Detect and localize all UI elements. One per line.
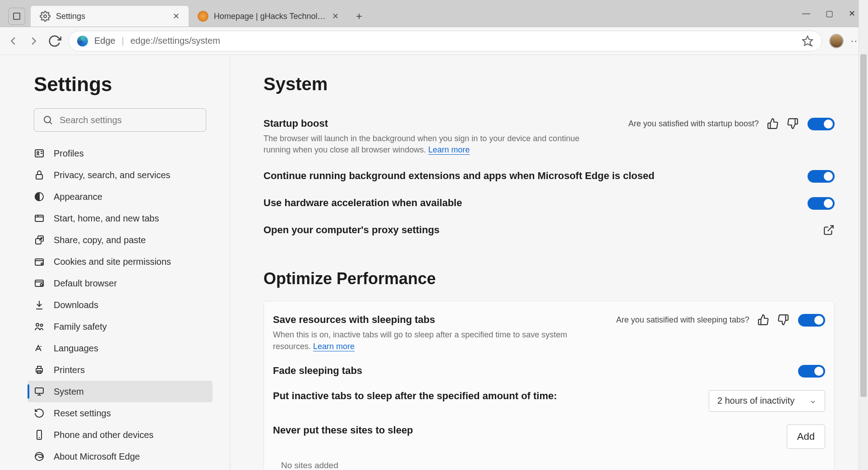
sidebar-title: Settings (34, 73, 206, 96)
svg-point-21 (41, 324, 43, 327)
toggle-bg-extensions[interactable] (808, 170, 835, 183)
svg-point-7 (37, 152, 39, 153)
setting-proxy[interactable]: Open your computer's proxy settings (263, 217, 835, 243)
search-icon (42, 115, 53, 125)
sidebar-item-label: Profiles (54, 148, 84, 159)
sidebar-item-family-safety[interactable]: Family safety (28, 316, 212, 337)
url-text: edge://settings/system (130, 36, 220, 46)
vertical-scrollbar[interactable] (859, 0, 868, 470)
thumbs-up-icon[interactable] (767, 118, 779, 129)
svg-rect-10 (35, 215, 43, 221)
setting-description: When this is on, inactive tabs will go t… (273, 329, 598, 352)
sidebar-item-label: Start, home, and new tabs (54, 213, 159, 224)
setting-description: The browser will launch in the backgroun… (263, 133, 588, 156)
forward-button[interactable] (27, 34, 41, 48)
browser-toolbar: Edge | edge://settings/system ··· (0, 27, 868, 55)
tab-actions-button[interactable] (8, 8, 25, 25)
profile-avatar[interactable] (829, 34, 844, 48)
sidebar-item-phone-and-other-devices[interactable]: Phone and other devices (28, 424, 212, 446)
sidebar-item-profiles[interactable]: Profiles (28, 143, 212, 164)
toggle-hw-accel[interactable] (808, 197, 835, 210)
sidebar-item-start-home-and-new-tabs[interactable]: Start, home, and new tabs (28, 207, 212, 229)
back-button[interactable] (6, 34, 20, 48)
inactive-time-select[interactable]: 2 hours of inactivity (709, 390, 825, 412)
favorite-icon[interactable] (802, 35, 813, 47)
new-tab-button[interactable]: + (351, 9, 367, 24)
sidebar-item-label: Phone and other devices (54, 430, 153, 440)
settings-content: System Startup boost The browser will la… (230, 55, 868, 470)
section-heading: Optimize Performance (263, 269, 835, 288)
sidebar-item-privacy-search-and-services[interactable]: Privacy, search, and services (28, 164, 212, 186)
search-input[interactable] (60, 115, 198, 125)
sidebar-item-label: Cookies and site permissions (54, 257, 171, 267)
printer-icon (34, 364, 45, 375)
tab-title: Homepage | gHacks Technology (214, 12, 327, 21)
appearance-icon (34, 191, 45, 202)
learn-more-link[interactable]: Learn more (428, 145, 470, 155)
address-bar[interactable]: Edge | edge://settings/system (69, 31, 822, 51)
sidebar-item-cookies-and-site-permissions[interactable]: Cookies and site permissions (28, 251, 212, 272)
site-favicon (198, 11, 208, 22)
setting-title: Startup boost (263, 118, 619, 129)
setting-title: Continue running background extensions a… (263, 170, 799, 182)
feedback-prompt: Are you satisified with sleeping tabs? (616, 314, 789, 326)
language-icon (34, 343, 45, 354)
svg-point-16 (41, 263, 43, 265)
profile-icon (34, 148, 45, 159)
protocol-label: Edge (94, 36, 115, 46)
settings-search[interactable] (34, 108, 206, 132)
cookie-icon (34, 256, 45, 267)
performance-card: Save resources with sleeping tabs When t… (263, 301, 835, 470)
sidebar-item-reset-settings[interactable]: Reset settings (28, 402, 212, 424)
minimize-icon[interactable]: — (802, 9, 810, 18)
setting-never-sleep: Never put these sites to sleep Add (273, 418, 825, 455)
sidebar-item-system[interactable]: System (28, 381, 212, 402)
setting-title: Open your computer's proxy settings (263, 224, 814, 236)
sidebar-item-printers[interactable]: Printers (28, 359, 212, 381)
add-site-button[interactable]: Add (787, 424, 825, 449)
tab-strip: Settings ✕ Homepage | gHacks Technology … (31, 0, 802, 27)
lock-icon (34, 170, 45, 180)
external-link-icon (823, 224, 835, 236)
reload-button[interactable] (48, 34, 61, 48)
thumbs-up-icon[interactable] (757, 314, 769, 326)
sidebar-item-languages[interactable]: Languages (28, 337, 212, 359)
svg-marker-1 (803, 36, 813, 46)
thumbs-down-icon[interactable] (787, 118, 799, 129)
svg-point-4 (44, 116, 51, 123)
toggle-startup-boost[interactable] (808, 118, 835, 130)
close-tab-icon[interactable]: ✕ (173, 11, 180, 21)
toggle-sleeping-tabs[interactable] (798, 314, 825, 327)
close-tab-icon[interactable]: ✕ (332, 11, 339, 21)
maximize-icon[interactable]: ▢ (826, 9, 833, 18)
sidebar-item-label: Share, copy, and paste (54, 235, 146, 245)
sidebar-item-about-microsoft-edge[interactable]: About Microsoft Edge (28, 446, 212, 467)
setting-title: Never put these sites to sleep (273, 424, 778, 436)
sidebar-item-label: Printers (54, 365, 85, 375)
thumbs-down-icon[interactable] (777, 314, 789, 326)
setting-sleeping-tabs: Save resources with sleeping tabs When t… (273, 308, 825, 358)
setting-hw-accel: Use hardware acceleration when available (263, 190, 835, 217)
close-icon[interactable]: ✕ (849, 9, 855, 18)
separator: | (122, 36, 124, 46)
scrollbar-thumb[interactable] (860, 54, 867, 397)
toggle-fade-tabs[interactable] (798, 365, 825, 378)
sidebar-item-default-browser[interactable]: Default browser (28, 272, 212, 294)
svg-point-19 (41, 284, 43, 286)
setting-fade-tabs: Fade sleeping tabs (273, 359, 825, 384)
setting-title: Save resources with sleeping tabs (273, 314, 607, 326)
edge-logo-icon (77, 36, 88, 46)
setting-title: Use hardware acceleration when available (263, 197, 799, 209)
tab-settings[interactable]: Settings ✕ (31, 6, 189, 27)
chevron-down-icon (809, 397, 817, 405)
tab-ghacks[interactable]: Homepage | gHacks Technology ✕ (189, 6, 348, 27)
sidebar-item-appearance[interactable]: Appearance (28, 186, 212, 207)
window-titlebar: Settings ✕ Homepage | gHacks Technology … (0, 0, 868, 27)
gear-icon (40, 11, 51, 22)
phone-icon (34, 429, 45, 440)
feedback-prompt: Are you satisfied with startup boost? (628, 118, 799, 129)
sidebar-item-share-copy-and-paste[interactable]: Share, copy, and paste (28, 229, 212, 251)
sidebar-item-downloads[interactable]: Downloads (28, 294, 212, 316)
learn-more-link[interactable]: Learn more (313, 342, 355, 351)
family-icon (34, 321, 45, 332)
